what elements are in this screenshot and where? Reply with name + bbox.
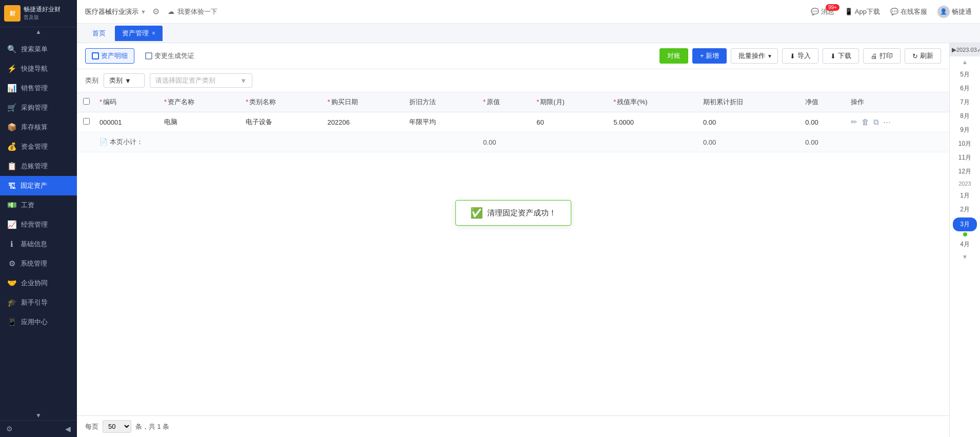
sidebar-item-salary[interactable]: 💵 工资 — [0, 195, 77, 215]
sidebar-item-inventory[interactable]: 📦 库存核算 — [0, 117, 77, 137]
sidebar-item-basic-info[interactable]: ℹ 基础信息 — [0, 234, 77, 254]
download-button[interactable]: ⬇ 下载 — [823, 48, 859, 64]
cal-month-apr[interactable]: 4月 — [950, 237, 980, 251]
sidebar-item-guide[interactable]: 🎓 新手引导 — [0, 293, 77, 312]
settings-icon[interactable]: ⚙ — [152, 7, 159, 16]
enterprise-icon: 🤝 — [7, 279, 17, 288]
select-all-header[interactable] — [77, 92, 95, 112]
experience-button[interactable]: ☁ 我要体验一下 — [168, 7, 217, 16]
sidebar-item-ledger[interactable]: 📋 总账管理 — [0, 156, 77, 176]
cal-month-feb[interactable]: 2月 — [950, 203, 980, 216]
sub-tab-change-voucher[interactable]: 变更生成凭证 — [138, 48, 201, 64]
subtotal-text: 本页小计： — [110, 138, 143, 146]
company-selector[interactable]: 医疗器械行业演示 ▼ — [85, 7, 146, 16]
print-button[interactable]: 🖨 打印 — [863, 48, 901, 64]
user-menu[interactable]: 👤 畅捷通 — [937, 6, 972, 18]
import-label: 导入 — [797, 51, 811, 61]
select-all-checkbox[interactable] — [83, 98, 90, 105]
content-area: 资产明细 变更生成凭证 对账 + 新增 批量操作 ▼ ⬇ — [77, 43, 980, 437]
cal-month-12[interactable]: 12月 — [950, 165, 980, 178]
cal-month-7[interactable]: 7月 — [950, 95, 980, 109]
tab-asset-management[interactable]: 资产管理 × — [115, 26, 163, 41]
cal-month-10[interactable]: 10月 — [950, 137, 980, 151]
sidebar-item-purchase[interactable]: 🛒 采购管理 — [0, 98, 77, 117]
sidebar-item-label: 库存核算 — [21, 123, 48, 132]
calendar-year-month: 2023.03 — [956, 47, 977, 53]
row-checkbox[interactable] — [83, 118, 90, 125]
settings-icon[interactable]: ⚙ — [6, 425, 13, 433]
edit-icon[interactable]: ✏ — [851, 117, 857, 127]
cal-scroll-down[interactable]: ▼ — [950, 251, 980, 263]
cal-month-9[interactable]: 9月 — [950, 123, 980, 137]
online-service-action[interactable]: 💬 在线客服 — [890, 7, 927, 16]
cal-month-jan[interactable]: 1月 — [950, 189, 980, 203]
batch-ops-label: 批量操作 — [738, 51, 765, 61]
tabs-bar: 首页 资产管理 × — [77, 24, 980, 43]
topbar-right: 💬 消息 99+ 📱 App下载 💬 在线客服 👤 畅捷通 — [811, 6, 972, 18]
sub-tab-asset-detail[interactable]: 资产明细 — [85, 48, 134, 64]
chevron-down-icon: ▼ — [240, 77, 247, 85]
tab-close-icon[interactable]: × — [152, 30, 155, 37]
sidebar-item-label: 应用中心 — [21, 317, 48, 327]
cell-original-value — [479, 112, 532, 132]
sidebar-nav: 🔍 搜索菜单 ⚡ 快捷导航 📊 销售管理 🛒 采购管理 📦 库存核算 💰 资金管… — [0, 36, 77, 411]
cell-purchase-date: 202206 — [324, 112, 405, 132]
refresh-button[interactable]: ↻ 刷新 — [905, 48, 941, 64]
sidebar-item-system[interactable]: ⚙ 系统管理 — [0, 254, 77, 273]
col-net-value: 净值 — [801, 92, 847, 112]
sidebar-item-quick-nav[interactable]: ⚡ 快捷导航 — [0, 59, 77, 78]
category-type-select[interactable]: 类别 ▼ — [104, 73, 145, 88]
filter-row: 类别 类别 ▼ 请选择固定资产类别 ▼ — [77, 69, 949, 92]
sidebar-scroll-down[interactable]: ▼ — [0, 411, 77, 420]
sidebar-item-label: 新手引导 — [21, 298, 48, 307]
pagination-bar: 每页 50 100 200 条，共 1 条 — [77, 415, 949, 437]
cal-month-mar[interactable]: 3月 — [953, 217, 977, 231]
new-button[interactable]: + 新增 — [692, 48, 727, 64]
sidebar-item-app-center[interactable]: 📱 应用中心 — [0, 312, 77, 332]
cal-month-8[interactable]: 8月 — [950, 109, 980, 123]
sidebar-title-wrap: 畅捷通好业财 普及版 — [24, 6, 61, 21]
reconcile-button[interactable]: 对账 — [659, 48, 688, 64]
category-value-select[interactable]: 请选择固定资产类别 ▼ — [150, 73, 252, 88]
subtotal-empty2 — [532, 132, 609, 152]
chevron-down-icon: ▼ — [141, 9, 146, 15]
cal-month-5[interactable]: 5月 — [950, 68, 980, 82]
app-download-action[interactable]: 📱 App下载 — [845, 7, 880, 16]
toolbar-right: 对账 + 新增 批量操作 ▼ ⬇ 导入 ⬇ 下载 🖨 — [659, 48, 941, 64]
cal-month-11[interactable]: 11月 — [950, 151, 980, 165]
expand-icon[interactable]: ⤢ — [977, 46, 980, 53]
ledger-icon: 📋 — [7, 162, 17, 171]
tab-home[interactable]: 首页 — [85, 26, 113, 41]
sidebar-item-capital[interactable]: 💰 资金管理 — [0, 137, 77, 156]
sidebar-item-label: 销售管理 — [21, 84, 48, 93]
messages-action[interactable]: 💬 消息 99+ — [811, 7, 834, 16]
basic-info-icon: ℹ — [7, 240, 16, 249]
page-toolbar: 资产明细 变更生成凭证 对账 + 新增 批量操作 ▼ ⬇ — [77, 43, 949, 69]
collapse-icon[interactable]: ◀ — [65, 425, 71, 433]
copy-icon[interactable]: ⧉ — [873, 117, 879, 127]
import-button[interactable]: ⬇ 导入 — [782, 48, 818, 64]
sidebar-item-enterprise[interactable]: 🤝 企业协同 — [0, 273, 77, 293]
sidebar-item-search[interactable]: 🔍 搜索菜单 — [0, 39, 77, 59]
sidebar-item-label: 基础信息 — [21, 240, 47, 249]
subtotal-label: 📄 本页小计： — [95, 132, 479, 152]
batch-ops-button[interactable]: 批量操作 ▼ — [731, 48, 778, 64]
sidebar-item-sales[interactable]: 📊 销售管理 — [0, 78, 77, 98]
cal-month-6[interactable]: 6月 — [950, 82, 980, 95]
calendar-section: ▲ 5月 6月 7月 8月 9月 10月 11月 12月 2023 1月 2月 … — [950, 56, 980, 263]
subtotal-empty3 — [609, 132, 699, 152]
sidebar-scroll-up[interactable]: ▲ — [0, 27, 77, 36]
sidebar-item-operations[interactable]: 📈 经营管理 — [0, 215, 77, 234]
row-checkbox-cell[interactable] — [77, 112, 95, 132]
sidebar-item-label: 经营管理 — [21, 220, 48, 229]
panel-toggle-left[interactable]: ▶ — [952, 46, 956, 53]
cal-scroll-up[interactable]: ▲ — [950, 56, 980, 68]
more-icon[interactable]: ⋯ — [883, 117, 891, 127]
tab-label: 资产管理 — [122, 29, 149, 38]
sidebar-item-fixed-assets[interactable]: 🏗 固定资产 — [0, 176, 77, 195]
per-page-select[interactable]: 50 100 200 — [103, 420, 131, 433]
delete-icon[interactable]: 🗑 — [862, 117, 869, 127]
col-residual-rate: *残值率(%) — [609, 92, 699, 112]
operations-icon: 📈 — [7, 220, 17, 229]
online-service-label: 在线客服 — [901, 7, 927, 16]
